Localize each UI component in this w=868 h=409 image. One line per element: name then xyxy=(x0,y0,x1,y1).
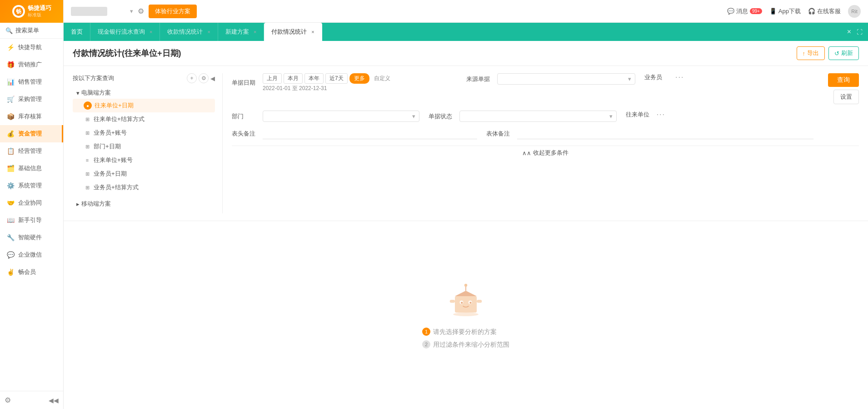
dept-select[interactable]: ▾ xyxy=(263,111,419,122)
scheme-table-icon: ⊞ xyxy=(84,184,91,191)
customer-service-item[interactable]: 🎧 在线客服 xyxy=(808,7,841,15)
sidebar-item-wechat[interactable]: 💬 企业微信 xyxy=(0,246,63,263)
sidebar-item-guide[interactable]: 📖 新手引导 xyxy=(0,212,63,229)
tab-cashflow[interactable]: 现金银行流水查询 × xyxy=(90,23,160,41)
app-download-label: App下载 xyxy=(778,7,801,15)
topbar-right: 💬 消息 99+ 📱 App下载 🎧 在线客服 Rit xyxy=(727,5,861,18)
tab-new-scheme-close[interactable]: × xyxy=(254,29,256,35)
date-field: 单据日期 上月 本月 本年 近7天 更多 xyxy=(232,73,457,92)
tab-receipt[interactable]: 收款情况统计 × xyxy=(160,23,218,41)
scheme-item-staff-settle[interactable]: ⊞ 业务员+结算方式 xyxy=(73,181,215,194)
setting-button[interactable]: 设置 xyxy=(833,90,859,104)
svg-marker-2 xyxy=(455,291,477,296)
collapse-more-btn[interactable]: ∧∧ 收起更多条件 xyxy=(232,146,859,160)
tab-maximize[interactable]: ⛶ xyxy=(855,27,864,37)
scheme-item-staff-date[interactable]: ⊞ 业务员+日期 xyxy=(73,167,215,181)
status-select[interactable]: ▾ xyxy=(459,111,616,122)
filter-area: 按以下方案查询 + ⚙ ◀ ▾ 电脑端方案 ● 往来单位+日期 ⊞ xyxy=(64,66,868,221)
date-btn-more[interactable]: 更多 xyxy=(349,73,369,84)
unit-dots-btn[interactable]: ··· xyxy=(657,111,665,119)
date-btn-this-year[interactable]: 本年 xyxy=(304,73,324,84)
dept-label: 部门 xyxy=(232,112,259,121)
tab-receipt-close[interactable]: × xyxy=(207,29,210,35)
date-custom-label: 自定义 xyxy=(374,75,390,82)
sidebar-collapse-btn[interactable]: ◀◀ xyxy=(49,397,59,404)
scheme-item-unit-settle[interactable]: ⊞ 往来单位+结算方式 xyxy=(73,112,215,126)
scheme-collapse-btn[interactable]: ◀ xyxy=(210,75,215,82)
sidebar-item-label: 快捷导航 xyxy=(18,43,42,51)
filter-controls: 单据日期 上月 本月 本年 近7天 更多 xyxy=(223,73,859,213)
scheme-item-dept-date[interactable]: ⊞ 部门+日期 xyxy=(73,140,215,153)
export-button[interactable]: ↑ 导出 xyxy=(797,46,825,60)
refresh-button[interactable]: ↺ 刷新 xyxy=(828,46,859,60)
sidebar-item-fund[interactable]: 💰 资金管理 xyxy=(0,125,63,142)
app-download-item[interactable]: 📱 App下载 xyxy=(769,7,801,15)
sidebar-item-purchase[interactable]: 🛒 采购管理 xyxy=(0,91,63,108)
sidebar-item-sales[interactable]: 📊 销售管理 xyxy=(0,73,63,91)
dept-field: 部门 ▾ xyxy=(232,111,419,122)
scheme-settings-btn[interactable]: ⚙ xyxy=(199,73,209,83)
mobile-group-title[interactable]: ▸ 移动端方案 xyxy=(73,198,215,210)
sidebar-item-marketing[interactable]: 🎁 营销推广 xyxy=(0,56,63,73)
sidebar-item-label: 畅会员 xyxy=(18,268,36,276)
tab-payment-close[interactable]: × xyxy=(311,29,314,35)
sidebar-item-inventory[interactable]: 📦 库存核算 xyxy=(0,108,63,125)
staff-dots-btn[interactable]: ··· xyxy=(675,73,684,81)
mobile-chevron-icon: ▸ xyxy=(76,201,80,207)
staff-label: 业务员 xyxy=(644,73,672,81)
source-select[interactable]: ▾ xyxy=(497,73,635,85)
scheme-add-btn[interactable]: + xyxy=(187,73,197,83)
desktop-group-title[interactable]: ▾ 电脑端方案 xyxy=(73,87,215,99)
date-btn-this-month[interactable]: 本月 xyxy=(284,73,303,84)
body-note-input[interactable] xyxy=(517,128,813,139)
header-note-label: 表头备注 xyxy=(232,130,259,138)
topbar-settings-icon[interactable]: ⚙ xyxy=(138,7,144,15)
scheme-item-label: 往来单位+日期 xyxy=(95,101,134,110)
sidebar-item-quick-nav[interactable]: ⚡ 快捷导航 xyxy=(0,39,63,56)
status-label: 单据状态 xyxy=(429,112,456,121)
date-range-value: 2022-01-01 至 2022-12-31 xyxy=(263,85,390,92)
tab-cashflow-close[interactable]: × xyxy=(150,29,152,35)
service-icon: 🎧 xyxy=(808,8,815,15)
scheme-item-unit-date[interactable]: ● 往来单位+日期 xyxy=(73,99,215,112)
sidebar-item-label: 系统管理 xyxy=(18,182,42,190)
sidebar-item-basic[interactable]: 🗂️ 基础信息 xyxy=(0,160,63,177)
logo-inner: 畅 xyxy=(14,7,23,16)
tab-cashflow-label: 现金银行流水查询 xyxy=(98,28,145,36)
search-menu-item[interactable]: 🔍 搜索菜单 xyxy=(0,23,63,39)
trial-button[interactable]: 体验行业方案 xyxy=(149,5,197,18)
date-btn-7days[interactable]: 近7天 xyxy=(325,73,348,84)
sidebar-settings-btn[interactable]: ⚙ xyxy=(5,396,11,404)
scheme-item-staff-account[interactable]: ⊞ 业务员+账号 xyxy=(73,126,215,140)
topbar-company xyxy=(71,7,125,16)
mobile-scheme-group: ▸ 移动端方案 xyxy=(73,198,215,210)
sidebar-item-hardware[interactable]: 🔧 智能硬件 xyxy=(0,229,63,246)
tab-new-scheme[interactable]: 新建方案 × xyxy=(218,23,264,41)
search-icon: 🔍 xyxy=(5,27,13,34)
collapse-more-icon: ∧∧ xyxy=(522,150,531,157)
date-btn-last-month[interactable]: 上月 xyxy=(263,73,282,84)
tab-home[interactable]: 首页 xyxy=(64,23,90,41)
sidebar-item-enterprise[interactable]: 🤝 企业协同 xyxy=(0,194,63,212)
topbar: ▾ ⚙ 体验行业方案 💬 消息 99+ 📱 App下载 🎧 在线客服 Rit xyxy=(64,0,868,23)
page-title: 付款情况统计(往来单位+日期) xyxy=(73,48,797,59)
message-item[interactable]: 💬 消息 99+ xyxy=(727,7,762,15)
system-icon: ⚙️ xyxy=(6,182,15,190)
user-avatar[interactable]: Rit xyxy=(848,5,861,18)
sidebar-item-member[interactable]: ✌️ 畅会员 xyxy=(0,263,63,281)
query-button[interactable]: 查询 xyxy=(828,73,859,87)
collapse-more-label: 收起更多条件 xyxy=(533,149,569,157)
sidebar-item-operation[interactable]: 📋 经营管理 xyxy=(0,142,63,160)
scheme-table-icon: ⊞ xyxy=(84,143,91,150)
topbar-chevron-down[interactable]: ▾ xyxy=(130,8,133,15)
date-buttons-row: 上月 本月 本年 近7天 更多 自定义 xyxy=(263,73,390,84)
logo-text: 畅捷通巧 xyxy=(28,5,51,12)
scheme-item-unit-account[interactable]: ≡ 往来单位+账号 xyxy=(73,153,215,167)
tab-payment[interactable]: 付款情况统计 × xyxy=(264,23,322,41)
header-note-input[interactable] xyxy=(263,128,477,139)
message-badge: 99+ xyxy=(750,8,762,14)
sidebar-item-system[interactable]: ⚙️ 系统管理 xyxy=(0,177,63,194)
scheme-item-label: 往来单位+账号 xyxy=(94,156,133,164)
tab-close-all[interactable]: × xyxy=(845,26,853,38)
source-label: 来源单据 xyxy=(466,75,494,83)
